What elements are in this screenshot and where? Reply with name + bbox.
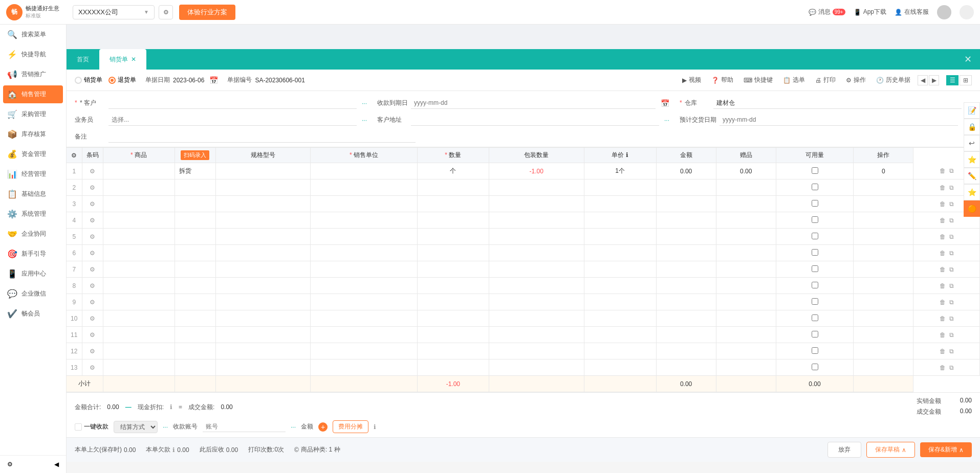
row-delete-icon[interactable]: 🗑 bbox=[940, 184, 946, 191]
save-draft-btn[interactable]: 保存草稿 ∧ bbox=[866, 442, 915, 458]
row-delete-icon[interactable]: 🗑 bbox=[940, 364, 946, 371]
row-qty[interactable] bbox=[489, 196, 584, 212]
customer-dots[interactable]: ··· bbox=[362, 100, 367, 107]
user-avatar[interactable] bbox=[937, 5, 951, 19]
row-gift[interactable] bbox=[776, 343, 853, 359]
row-amount[interactable] bbox=[716, 245, 776, 261]
float-star-btn[interactable]: ⭐ bbox=[964, 151, 980, 168]
expected-date-input[interactable] bbox=[720, 114, 958, 126]
row-spec[interactable] bbox=[311, 212, 418, 229]
row-spec[interactable] bbox=[311, 229, 418, 245]
row-pkg-qty[interactable] bbox=[584, 212, 656, 229]
row-delete-icon[interactable]: 🗑 bbox=[940, 250, 946, 257]
sidebar-item-guide[interactable]: 🎯 新手引导 bbox=[0, 244, 66, 264]
history-btn[interactable]: 🕐 历史单据 bbox=[873, 74, 913, 86]
row-spec[interactable] bbox=[311, 310, 418, 327]
save-new-btn[interactable]: 保存&新增 ∧ bbox=[920, 442, 972, 457]
calendar-icon[interactable]: 📅 bbox=[209, 76, 218, 84]
row-gift[interactable] bbox=[776, 327, 853, 343]
row-copy-icon[interactable]: ⧉ bbox=[949, 217, 954, 224]
row-pkg-qty[interactable]: 1个 bbox=[584, 163, 656, 179]
float-return-btn[interactable]: ↩ bbox=[964, 135, 980, 151]
row-barcode[interactable] bbox=[103, 212, 175, 229]
row-product[interactable] bbox=[175, 343, 215, 359]
row-price[interactable] bbox=[656, 294, 716, 310]
row-copy-icon[interactable]: ⧉ bbox=[949, 282, 954, 289]
tab-close-icon[interactable]: ✕ bbox=[131, 56, 136, 63]
settlement-method-select[interactable]: 结算方式 bbox=[114, 421, 158, 433]
row-amount[interactable] bbox=[716, 196, 776, 212]
row-barcode[interactable] bbox=[103, 359, 175, 376]
row-copy-icon[interactable]: ⧉ bbox=[949, 348, 954, 355]
row-barcode[interactable] bbox=[103, 245, 175, 261]
row-barcode[interactable] bbox=[103, 343, 175, 359]
row-delete-icon[interactable]: 🗑 bbox=[940, 282, 946, 289]
row-price[interactable] bbox=[656, 229, 716, 245]
row-unit[interactable] bbox=[417, 310, 489, 327]
row-qty[interactable]: -1.00 bbox=[489, 163, 584, 179]
sidebar-item-search[interactable]: 🔍 搜索菜单 bbox=[0, 25, 66, 44]
row-product[interactable] bbox=[175, 310, 215, 327]
row-product[interactable] bbox=[175, 327, 215, 343]
row-unit[interactable]: 个 bbox=[417, 163, 489, 179]
order-no-value[interactable]: SA-20230606-001 bbox=[255, 77, 304, 84]
row-gift[interactable] bbox=[776, 179, 853, 196]
date-value[interactable]: 2023-06-06 bbox=[173, 77, 204, 84]
row-amount[interactable] bbox=[716, 278, 776, 294]
row-barcode[interactable] bbox=[103, 179, 175, 196]
one-click-payment-checkbox[interactable]: 一键收款 bbox=[75, 422, 108, 431]
row-spec[interactable] bbox=[311, 196, 418, 212]
float-edit-btn[interactable]: ✏️ bbox=[964, 168, 980, 184]
row-amount[interactable] bbox=[716, 310, 776, 327]
row-unit[interactable] bbox=[417, 294, 489, 310]
row-copy-icon[interactable]: ⧉ bbox=[949, 167, 954, 174]
row-qty[interactable] bbox=[489, 359, 584, 376]
sidebar-item-inventory[interactable]: 📦 库存核算 bbox=[0, 124, 66, 144]
discard-btn[interactable]: 放弃 bbox=[827, 442, 861, 458]
sidebar-item-quick-nav[interactable]: ⚡ 快捷导航 bbox=[0, 44, 66, 64]
row-price[interactable]: 0.00 bbox=[656, 163, 716, 179]
row-copy-icon[interactable]: ⧉ bbox=[949, 331, 954, 339]
operate-btn[interactable]: ⚙ 操作 bbox=[843, 74, 869, 86]
account-no-input[interactable] bbox=[203, 421, 286, 432]
sidebar-item-purchase[interactable]: 🛒 采购管理 bbox=[0, 104, 66, 124]
row-gift[interactable] bbox=[776, 294, 853, 310]
row-pkg-qty[interactable] bbox=[584, 196, 656, 212]
row-qty[interactable] bbox=[489, 179, 584, 196]
warehouse-input[interactable] bbox=[713, 97, 962, 109]
row-unit[interactable] bbox=[417, 196, 489, 212]
row-price[interactable] bbox=[656, 343, 716, 359]
row-qty[interactable] bbox=[489, 327, 584, 343]
sidebar-item-app-center[interactable]: 📱 应用中心 bbox=[0, 264, 66, 284]
row-barcode[interactable] bbox=[103, 278, 175, 294]
user-avatar2[interactable] bbox=[960, 5, 974, 19]
sidebar-item-system[interactable]: ⚙️ 系统管理 bbox=[0, 204, 66, 224]
row-price[interactable] bbox=[656, 261, 716, 278]
row-unit[interactable] bbox=[417, 245, 489, 261]
row-price[interactable] bbox=[656, 196, 716, 212]
row-unit[interactable] bbox=[417, 327, 489, 343]
row-gift[interactable] bbox=[776, 278, 853, 294]
row-amount[interactable] bbox=[716, 359, 776, 376]
row-qty[interactable] bbox=[489, 310, 584, 327]
help-btn[interactable]: ❓ 帮助 bbox=[708, 74, 736, 86]
row-spec[interactable] bbox=[311, 261, 418, 278]
expense-info-icon[interactable]: ℹ bbox=[374, 423, 376, 431]
payment-date-input[interactable] bbox=[411, 97, 656, 109]
expense-split-btn[interactable]: 费用分摊 bbox=[333, 420, 368, 433]
row-barcode[interactable] bbox=[103, 163, 175, 179]
row-gift[interactable] bbox=[776, 261, 853, 278]
row-pkg-qty[interactable] bbox=[584, 343, 656, 359]
scan-input-btn[interactable]: 扫码录入 bbox=[181, 150, 209, 160]
row-copy-icon[interactable]: ⧉ bbox=[949, 299, 954, 306]
row-unit[interactable] bbox=[417, 343, 489, 359]
settlement-dots[interactable]: ··· bbox=[163, 423, 168, 431]
row-spec[interactable] bbox=[311, 163, 418, 179]
row-gift[interactable] bbox=[776, 310, 853, 327]
row-barcode[interactable] bbox=[103, 261, 175, 278]
sidebar-item-basic[interactable]: 📋 基础信息 bbox=[0, 184, 66, 204]
salesperson-dots[interactable]: ··· bbox=[362, 117, 367, 124]
row-copy-icon[interactable]: ⧉ bbox=[949, 364, 954, 371]
company-selector[interactable]: XXXXXX公司 ▼ bbox=[73, 5, 155, 19]
col-settings[interactable]: ⚙ bbox=[67, 148, 82, 163]
